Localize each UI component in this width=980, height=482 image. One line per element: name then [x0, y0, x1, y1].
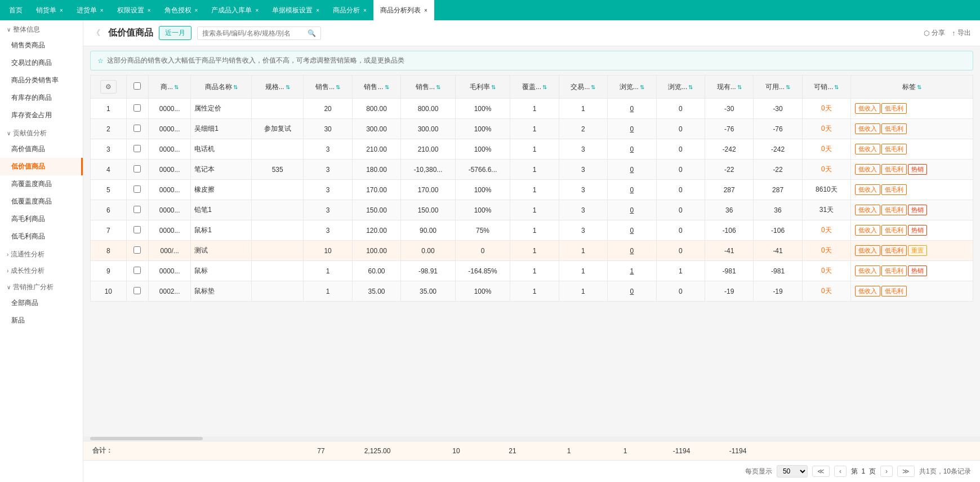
- nav-home[interactable]: 首页: [2, 0, 29, 20]
- sidebar-item-category-rate[interactable]: 商品分类销售率: [0, 72, 83, 89]
- cell-check[interactable]: [126, 160, 148, 180]
- cell-browse1[interactable]: 0: [608, 99, 656, 119]
- cell-check[interactable]: [126, 261, 148, 281]
- nav-sales[interactable]: 销货单 ×: [29, 0, 70, 20]
- cell-check[interactable]: [126, 241, 148, 261]
- select-all-checkbox[interactable]: [133, 82, 141, 90]
- cell-browse1[interactable]: 0: [608, 281, 656, 302]
- row-checkbox[interactable]: [133, 206, 141, 213]
- filter-recent-month-btn[interactable]: 近一月: [159, 26, 191, 40]
- row-checkbox[interactable]: [133, 145, 141, 152]
- last-page-btn[interactable]: ≫: [897, 466, 915, 477]
- col-coverage[interactable]: 覆盖...⇅: [510, 76, 559, 99]
- close-icon[interactable]: ×: [255, 7, 259, 14]
- cell-check[interactable]: [126, 119, 148, 139]
- close-icon[interactable]: ×: [148, 7, 151, 14]
- search-input[interactable]: [202, 29, 305, 37]
- sidebar-item-high-margin[interactable]: 高毛利商品: [0, 210, 83, 228]
- col-saleable[interactable]: 可销...⇅: [802, 76, 850, 99]
- cell-browse1[interactable]: 0: [608, 180, 656, 200]
- col-gear[interactable]: ⚙: [91, 76, 127, 99]
- col-code[interactable]: 商...⇅: [149, 76, 191, 99]
- gear-btn[interactable]: ⚙: [100, 80, 117, 94]
- col-trade[interactable]: 交易...⇅: [559, 76, 607, 99]
- nav-analysis[interactable]: 商品分析 ×: [326, 0, 373, 20]
- col-browse1[interactable]: 浏览...⇅: [608, 76, 656, 99]
- sidebar-item-traded-goods[interactable]: 交易过的商品: [0, 54, 83, 72]
- sidebar-collapse-btn[interactable]: 《: [92, 28, 100, 38]
- sidebar-item-low-coverage[interactable]: 低覆盖度商品: [0, 193, 83, 210]
- row-checkbox[interactable]: [133, 267, 141, 274]
- sidebar-group-circulation[interactable]: › 流通性分析: [0, 245, 83, 262]
- nav-roles[interactable]: 角色授权 ×: [158, 0, 205, 20]
- cell-check[interactable]: [126, 281, 148, 302]
- sidebar-item-low-margin[interactable]: 低毛利商品: [0, 228, 83, 245]
- sidebar-item-stock-funds[interactable]: 库存资金占用: [0, 107, 83, 124]
- cell-browse1[interactable]: 0: [608, 160, 656, 180]
- first-page-btn[interactable]: ≪: [812, 466, 830, 477]
- cell-browse1[interactable]: 0: [608, 119, 656, 139]
- col-available[interactable]: 可用...⇅: [754, 76, 802, 99]
- col-current[interactable]: 现有...⇅: [705, 76, 753, 99]
- sidebar-item-sales-goods[interactable]: 销售类商品: [0, 37, 83, 54]
- close-icon[interactable]: ×: [100, 7, 104, 14]
- col-check[interactable]: [126, 76, 148, 99]
- cell-sale-qty: 20: [304, 99, 352, 119]
- row-checkbox[interactable]: [133, 226, 141, 233]
- row-checkbox[interactable]: [133, 104, 141, 112]
- col-sale-amt2[interactable]: 销售...⇅: [401, 76, 456, 99]
- row-checkbox[interactable]: [133, 165, 141, 173]
- cell-tags: 低收入低毛利重置: [851, 241, 973, 261]
- horizontal-scrollbar[interactable]: [83, 436, 980, 441]
- row-checkbox[interactable]: [133, 125, 141, 132]
- cell-check[interactable]: [126, 200, 148, 220]
- share-btn[interactable]: ⬡ 分享: [924, 28, 945, 38]
- table-container[interactable]: ⚙ 商...⇅ 商品名称⇅ 规格...⇅ 销售...⇅ 销售...⇅ 销售...…: [83, 75, 980, 436]
- nav-analysis-list[interactable]: 商品分析列表 ×: [373, 0, 434, 20]
- col-tags[interactable]: 标签⇅: [851, 76, 973, 99]
- row-checkbox[interactable]: [133, 246, 141, 254]
- nav-products[interactable]: 产成品入库单 ×: [204, 0, 265, 20]
- sidebar-group-overall[interactable]: ∨ 整体信息: [0, 20, 83, 37]
- cell-browse1[interactable]: 0: [608, 220, 656, 241]
- col-browse2[interactable]: 浏览...⇅: [656, 76, 705, 99]
- close-icon[interactable]: ×: [363, 7, 367, 14]
- nav-permissions[interactable]: 权限设置 ×: [110, 0, 158, 20]
- cell-browse1[interactable]: 0: [608, 241, 656, 261]
- row-checkbox[interactable]: [133, 185, 141, 193]
- col-margin[interactable]: 毛利率⇅: [455, 76, 510, 99]
- close-icon[interactable]: ×: [424, 7, 427, 14]
- cell-check[interactable]: [126, 180, 148, 200]
- sidebar-group-growth[interactable]: › 成长性分析: [0, 262, 83, 278]
- cell-browse1[interactable]: 0: [608, 139, 656, 160]
- sidebar-group-marketing[interactable]: ∨ 营销推广分析: [0, 278, 83, 294]
- sidebar-group-contribution[interactable]: ∨ 贡献值分析: [0, 124, 83, 140]
- sidebar-item-stock-goods[interactable]: 有库存的商品: [0, 89, 83, 107]
- next-page-btn[interactable]: ›: [880, 466, 893, 477]
- cell-browse1[interactable]: 0: [608, 200, 656, 220]
- nav-templates[interactable]: 单据模板设置 ×: [265, 0, 326, 20]
- sidebar-item-all-goods[interactable]: 全部商品: [0, 294, 83, 312]
- col-spec[interactable]: 规格...⇅: [251, 76, 303, 99]
- scrollbar-thumb[interactable]: [90, 437, 203, 440]
- prev-page-btn[interactable]: ‹: [834, 466, 847, 477]
- search-icon[interactable]: 🔍: [308, 29, 316, 37]
- row-checkbox[interactable]: [133, 287, 141, 294]
- close-icon[interactable]: ×: [60, 7, 63, 14]
- close-icon[interactable]: ×: [316, 7, 319, 14]
- col-name[interactable]: 商品名称⇅: [191, 76, 252, 99]
- per-page-select[interactable]: 50 100 200: [777, 465, 808, 477]
- sidebar-item-high-value[interactable]: 高价值商品: [0, 140, 83, 158]
- sidebar-item-low-value[interactable]: 低价值商品: [0, 158, 83, 175]
- col-sale-amt[interactable]: 销售...⇅: [352, 76, 400, 99]
- col-sale-qty[interactable]: 销售...⇅: [304, 76, 352, 99]
- cell-check[interactable]: [126, 220, 148, 241]
- cell-check[interactable]: [126, 99, 148, 119]
- cell-check[interactable]: [126, 139, 148, 160]
- nav-purchase[interactable]: 进货单 ×: [70, 0, 110, 20]
- export-btn[interactable]: ↑ 导出: [952, 28, 971, 38]
- close-icon[interactable]: ×: [195, 7, 198, 14]
- sidebar-item-new-goods[interactable]: 新品: [0, 312, 83, 329]
- cell-browse1[interactable]: 1: [608, 261, 656, 281]
- sidebar-item-high-coverage[interactable]: 高覆盖度商品: [0, 175, 83, 193]
